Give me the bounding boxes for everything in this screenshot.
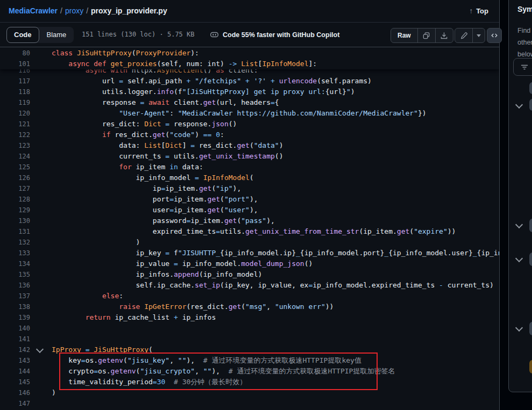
back-to-top-link[interactable]: ↑ Top: [469, 6, 488, 15]
fold-chevron-down-icon[interactable]: [36, 346, 44, 353]
code-line: 144 crypto=os.getenv("jisu_crypto", ""),…: [0, 366, 499, 377]
edit-button[interactable]: [455, 28, 472, 42]
download-icon: [440, 32, 448, 40]
symbol-item[interactable]: [529, 82, 532, 94]
code-line: 129 user=ip_item.get("user"),: [0, 205, 499, 215]
gutter: [30, 323, 52, 334]
breadcrumb-repo-link[interactable]: MediaCrawler: [9, 6, 58, 15]
symbol-collapse-chevron-icon[interactable]: [515, 255, 523, 262]
raw-button[interactable]: Raw: [391, 28, 417, 42]
line-number[interactable]: 130: [0, 215, 30, 226]
symbol-item[interactable]: [529, 253, 532, 266]
code-text: expired_time_ts=utils.get_unix_time_from…: [52, 226, 456, 237]
code-text: ip_info_model = IpInfoModel(: [52, 172, 254, 183]
breadcrumb: MediaCrawler/proxy/proxy_ip_provider.py: [9, 6, 167, 15]
line-number[interactable]: 118: [0, 87, 30, 97]
symbols-filter-button[interactable]: [513, 58, 532, 76]
line-number[interactable]: 124: [0, 151, 30, 162]
gutter: [30, 194, 52, 205]
copilot-banner[interactable]: Code 55% faster with GitHub Copilot: [210, 30, 339, 39]
line-number[interactable]: 139: [0, 312, 30, 323]
line-number[interactable]: 132: [0, 237, 30, 248]
code-text: else:: [52, 291, 123, 301]
symbol-item[interactable]: [529, 322, 532, 335]
line-number[interactable]: 125: [0, 162, 30, 172]
code-text: res_dict: Dict = response.json(): [52, 119, 237, 130]
code-text: self.ip_cache.set_ip(ip_key, ip_value, e…: [52, 280, 494, 291]
code-line: 126 ip_info_model = IpInfoModel(: [0, 172, 499, 183]
code-line: 125 for ip_item in data:: [0, 162, 499, 172]
line-number[interactable]: 121: [0, 119, 30, 130]
line-number[interactable]: 129: [0, 205, 30, 215]
line-number[interactable]: 135: [0, 269, 30, 280]
line-number[interactable]: 133: [0, 248, 30, 258]
code-line: 101 async def get_proxies(self, num: int…: [0, 59, 499, 69]
code-text: port=ip_item.get("port"),: [52, 194, 258, 205]
code-text: if res_dict.get("code") == 0:: [52, 130, 224, 140]
symbol-item[interactable]: [529, 219, 532, 232]
gutter: [30, 76, 52, 87]
line-number[interactable]: 144: [0, 366, 30, 377]
line-number[interactable]: 138: [0, 301, 30, 312]
line-number[interactable]: 143: [0, 355, 30, 366]
line-number[interactable]: 140: [0, 323, 30, 334]
tab-blame[interactable]: Blame: [39, 27, 74, 43]
gutter: [30, 280, 52, 291]
symbol-collapse-chevron-icon[interactable]: [515, 101, 523, 109]
line-number[interactable]: 128: [0, 194, 30, 205]
symbol-collapse-chevron-icon[interactable]: [515, 324, 523, 332]
line-number[interactable]: 80: [0, 48, 30, 59]
line-number[interactable]: 126: [0, 172, 30, 183]
download-button[interactable]: [435, 28, 453, 42]
gutter: [30, 87, 52, 97]
filter-icon: [520, 63, 529, 71]
code-line: 138 raise IpGetError(res_dict.get("msg",…: [0, 301, 499, 312]
code-line: 133 ip_key = f"JISUHTTP_{ip_info_model.i…: [0, 248, 499, 258]
line-number[interactable]: 119: [0, 97, 30, 108]
line-number[interactable]: 127: [0, 183, 30, 194]
copilot-icon: [210, 30, 219, 39]
copy-raw-button[interactable]: [417, 28, 435, 42]
code-line: 140: [0, 323, 499, 334]
code-line: 135 ip_infos.append(ip_info_model): [0, 269, 499, 280]
code-line: 143 key=os.getenv("jisu_key", ""), # 通过环…: [0, 355, 499, 366]
symbol-item[interactable]: [529, 99, 532, 111]
line-number[interactable]: 147: [0, 398, 30, 409]
line-number[interactable]: 123: [0, 140, 30, 151]
line-number[interactable]: 120: [0, 108, 30, 119]
code-line: 147: [0, 398, 499, 409]
line-number[interactable]: 131: [0, 226, 30, 237]
gutter: [30, 387, 52, 398]
gutter: [30, 119, 52, 130]
code-line: 131 expired_time_ts=utils.get_unix_time_…: [0, 226, 499, 237]
gutter: [30, 291, 52, 301]
line-number[interactable]: 134: [0, 258, 30, 269]
line-number[interactable]: 142: [0, 344, 30, 355]
symbol-item[interactable]: [529, 360, 532, 373]
code-text: crypto=os.getenv("jisu_crypto", ""), # 通…: [52, 366, 395, 377]
line-number[interactable]: 145: [0, 377, 30, 387]
code-text: raise IpGetError(res_dict.get("msg", "un…: [52, 301, 334, 312]
gutter: [30, 377, 52, 387]
code-text: time_validity_period=30 # 30分钟（最长时效）: [52, 377, 246, 387]
line-number[interactable]: 117: [0, 76, 30, 87]
symbols-panel-description: Find other below: [517, 25, 532, 60]
line-number[interactable]: 141: [0, 334, 30, 344]
line-number[interactable]: 146: [0, 387, 30, 398]
line-number[interactable]: 137: [0, 291, 30, 301]
caret-down-icon: [477, 34, 481, 37]
symbol-collapse-chevron-icon[interactable]: [515, 221, 523, 228]
tab-code[interactable]: Code: [6, 27, 39, 43]
code-line: 130 password=ip_item.get("pass"),: [0, 215, 499, 226]
line-number[interactable]: 122: [0, 130, 30, 140]
breadcrumb-folder-link[interactable]: proxy: [65, 6, 83, 15]
symbols-toggle-button[interactable]: [487, 28, 502, 43]
gutter: [30, 344, 52, 355]
code-text: ip_value = ip_info_model.model_dump_json…: [52, 258, 313, 269]
line-number[interactable]: 101: [0, 59, 30, 69]
gutter: [30, 226, 52, 237]
edit-dropdown-button[interactable]: [472, 28, 485, 42]
line-number[interactable]: 136: [0, 280, 30, 291]
breadcrumb-separator: /: [83, 6, 91, 15]
gutter: [30, 258, 52, 269]
